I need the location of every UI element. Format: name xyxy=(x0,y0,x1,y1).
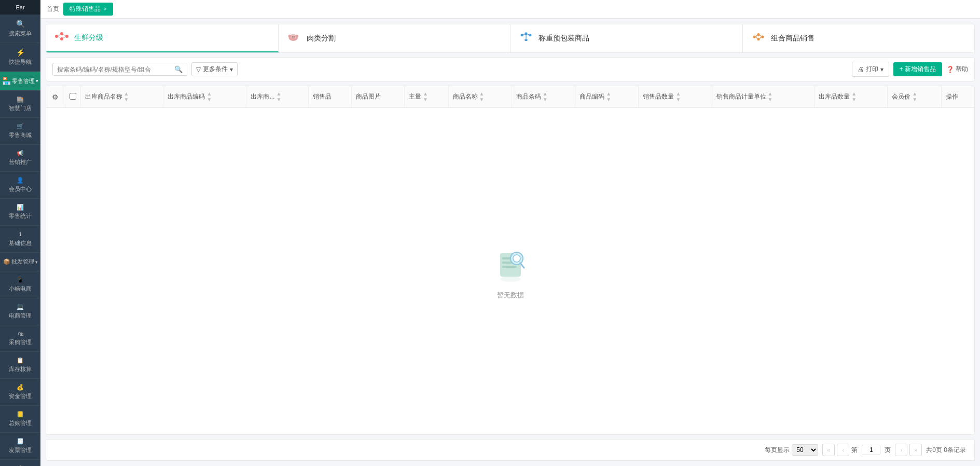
empty-text: 暂无数据 xyxy=(497,291,524,300)
active-tab[interactable]: 特殊销售品 × xyxy=(63,3,113,16)
th-member-price[interactable]: 会员价 ▲▼ xyxy=(888,86,941,108)
th-sale-item[interactable]: 销售品 xyxy=(308,86,351,108)
prev-page-button[interactable]: ‹ xyxy=(837,444,849,456)
filter-arrow-icon: ▾ xyxy=(230,66,233,73)
th-outlet-spec[interactable]: 出库商... ▲▼ xyxy=(246,86,308,108)
th-product-name-label: 商品名称 xyxy=(453,92,478,101)
new-sale-item-button[interactable]: + 新增销售品 xyxy=(893,62,942,76)
th-barcode[interactable]: 商品条码 ▲▼ xyxy=(512,86,575,108)
sidebar-item-label: 采购管理 xyxy=(9,338,32,346)
page-size-select: 每页显示 10 20 50 100 xyxy=(765,444,818,456)
svg-line-6 xyxy=(63,35,65,36)
svg-point-2 xyxy=(60,37,63,40)
tab-card-combo[interactable]: 组合商品销售 xyxy=(743,24,975,52)
sidebar-item-search[interactable]: 🔍 搜索菜单 xyxy=(0,15,40,43)
svg-line-7 xyxy=(63,37,65,38)
sidebar-item-tax[interactable]: 🏛 税务管理 xyxy=(0,460,40,466)
filter-button[interactable]: ▽ 更多条件 ▾ xyxy=(191,62,238,76)
sidebar-item-label: 资金管理 xyxy=(9,392,32,400)
svg-point-17 xyxy=(529,34,531,36)
invoice-icon: 🧾 xyxy=(17,438,24,445)
svg-line-28 xyxy=(760,35,761,36)
sidebar-item-ecommerce[interactable]: 💻 电商管理 xyxy=(0,298,40,325)
sidebar-item-label: 发票管理 xyxy=(9,446,32,454)
sidebar-item-finance[interactable]: 💰 资金管理 xyxy=(0,379,40,406)
svg-point-30 xyxy=(500,277,521,282)
sort-icon5: ▲▼ xyxy=(479,91,485,102)
svg-rect-34 xyxy=(502,266,517,268)
th-outlet-name[interactable]: 出库商品名称 ▲▼ xyxy=(80,86,163,108)
svg-point-14 xyxy=(294,36,295,37)
select-all-checkbox[interactable] xyxy=(70,93,76,100)
th-product-code[interactable]: 商品编码 ▲▼ xyxy=(575,86,639,108)
sidebar-item-marketing[interactable]: 📢 营销推广 xyxy=(0,145,40,172)
th-product-name[interactable]: 商品名称 ▲▼ xyxy=(448,86,512,108)
sidebar-item-purchase[interactable]: 🛍 采购管理 xyxy=(0,325,40,352)
tab-close-icon[interactable]: × xyxy=(104,6,107,12)
basic-info-icon: ℹ xyxy=(19,231,21,238)
help-icon: ❓ xyxy=(946,66,954,73)
sidebar-item-retail-mgmt[interactable]: 🏪 零售管理 ▾ xyxy=(0,72,40,91)
tab-scale-label: 称重预包装商品 xyxy=(539,34,589,43)
th-sale-qty[interactable]: 销售品数量 ▲▼ xyxy=(639,86,712,108)
tab-card-meat[interactable]: 肉类分割 xyxy=(279,24,511,52)
sidebar-item-member-center[interactable]: 👤 会员中心 xyxy=(0,172,40,199)
last-page-button[interactable]: » xyxy=(909,444,922,456)
search-input[interactable] xyxy=(57,66,172,73)
sort-icon2: ▲▼ xyxy=(206,91,212,102)
sidebar-item-smart-store[interactable]: 🏬 智慧门店 xyxy=(0,91,40,118)
sidebar-item-label: 小畅电商 xyxy=(9,285,32,293)
svg-point-11 xyxy=(295,35,298,37)
sidebar-item-retail-mall[interactable]: 🛒 零售商城 xyxy=(0,118,40,145)
page-number-input[interactable] xyxy=(862,445,880,455)
tab-card-fresh[interactable]: 生鲜分级 xyxy=(46,24,279,52)
svg-rect-20 xyxy=(524,39,527,41)
th-outlet-qty[interactable]: 出库品数量 ▲▼ xyxy=(815,86,888,108)
general-ledger-icon: 📒 xyxy=(17,411,24,418)
sidebar-item-general-ledger[interactable]: 📒 总账管理 xyxy=(0,406,40,433)
sort-icon11: ▲▼ xyxy=(912,91,917,102)
print-arrow-icon: ▾ xyxy=(880,66,884,73)
sidebar-item-invoice[interactable]: 🧾 发票管理 xyxy=(0,433,40,460)
th-outlet-code[interactable]: 出库商品编码 ▲▼ xyxy=(163,86,246,108)
sidebar-item-mini-app[interactable]: 📱 小畅电商 xyxy=(0,271,40,298)
th-sale-unit[interactable]: 销售商品计量单位 ▲▼ xyxy=(712,86,815,108)
sidebar-item-wholesale-mgmt[interactable]: 📦 批发管理 ▾ xyxy=(0,253,40,271)
page-size-dropdown[interactable]: 10 20 50 100 xyxy=(792,444,818,456)
help-button[interactable]: ❓ 帮助 xyxy=(946,65,968,74)
marketing-icon: 📢 xyxy=(17,150,24,157)
svg-point-22 xyxy=(753,35,755,38)
sidebar-item-basic-info[interactable]: ℹ 基础信息 xyxy=(0,226,40,253)
sidebar-item-label: 搜索菜单 xyxy=(9,30,32,37)
sidebar-item-inventory[interactable]: 📋 库存核算 xyxy=(0,352,40,379)
app-logo: Ear xyxy=(0,0,40,15)
svg-line-37 xyxy=(520,263,524,268)
first-page-button[interactable]: « xyxy=(822,444,835,456)
sidebar-item-quick-nav[interactable]: ⚡ 快捷导航 xyxy=(0,43,40,72)
page-total: 共0页 0条记录 xyxy=(926,446,966,455)
table-header-row: ⚙ 出库商品名称 ▲▼ 出库 xyxy=(46,86,974,108)
search-input-wrap[interactable]: 🔍 xyxy=(52,63,187,76)
toolbar-left: 🔍 ▽ 更多条件 ▾ xyxy=(52,62,238,76)
sidebar-item-label: 智慧门店 xyxy=(9,104,32,112)
home-link[interactable]: 首页 xyxy=(47,5,59,13)
svg-point-3 xyxy=(65,35,68,38)
svg-point-36 xyxy=(513,255,520,262)
quick-nav-icon: ⚡ xyxy=(16,48,25,57)
th-image: 商品图片 xyxy=(351,86,404,108)
svg-line-27 xyxy=(755,37,757,38)
next-page-button[interactable]: › xyxy=(895,444,907,456)
tab-card-scale[interactable]: 称重预包装商品 xyxy=(510,24,743,52)
table-settings-col[interactable]: ⚙ xyxy=(46,86,65,108)
tab-fresh-label: 生鲜分级 xyxy=(74,33,103,43)
page-unit: 页 xyxy=(885,446,891,455)
sidebar-item-label: 营销推广 xyxy=(9,158,32,166)
sidebar-item-retail-stat[interactable]: 📊 零售统计 xyxy=(0,199,40,226)
toolbar: 🔍 ▽ 更多条件 ▾ 🖨 打印 ▾ + 新增销售品 ❓ xyxy=(46,57,975,81)
print-button[interactable]: 🖨 打印 ▾ xyxy=(852,62,889,77)
sidebar-item-label: 零售管理 xyxy=(12,77,35,85)
th-main-unit[interactable]: 主量 ▲▼ xyxy=(404,86,448,108)
retail-mgmt-icon: 🏪 xyxy=(2,77,11,85)
th-product-code-label: 商品编码 xyxy=(579,92,604,101)
sort-icon3: ▲▼ xyxy=(276,91,281,102)
